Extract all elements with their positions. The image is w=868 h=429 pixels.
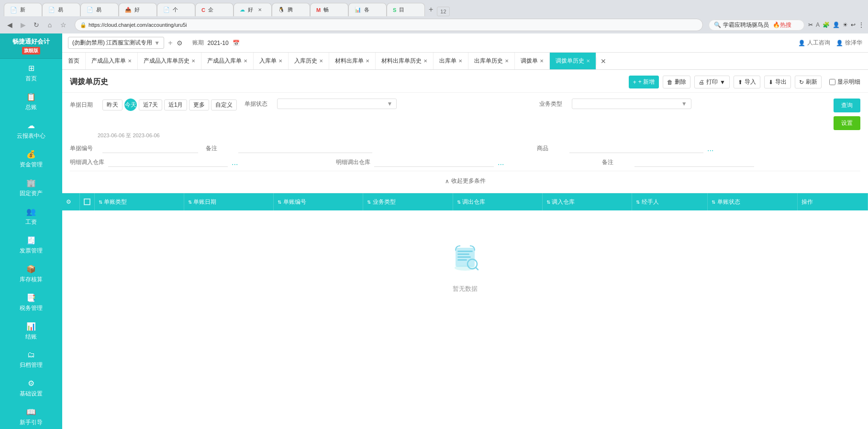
goods-input[interactable] bbox=[569, 144, 703, 153]
add-company-btn[interactable]: + bbox=[168, 39, 172, 47]
th-doc-no[interactable]: ⇅ 单账编号 bbox=[274, 193, 363, 210]
settings-button[interactable]: 设置 bbox=[834, 116, 860, 130]
tab-out-close[interactable]: ✕ bbox=[458, 58, 462, 64]
th-check[interactable] bbox=[79, 193, 94, 210]
sidebar-item-ledger[interactable]: 📋 总账 bbox=[0, 88, 62, 116]
address-bar[interactable]: 🔒 https://cloud.chanjet.com/accounting/u… bbox=[75, 19, 703, 31]
browser-tab-7[interactable]: ☁ 好 ✕ bbox=[234, 3, 272, 16]
detail-remarks-input[interactable] bbox=[634, 158, 754, 167]
th-doc-type[interactable]: ⇅ 单账类型 bbox=[94, 193, 184, 210]
th-handler[interactable]: ⇅ 经手人 bbox=[632, 193, 708, 210]
tab-stock-in-close[interactable]: ✕ bbox=[278, 58, 282, 64]
yesterday-btn[interactable]: 昨天 bbox=[102, 99, 122, 110]
scissors-icon[interactable]: ✂ bbox=[808, 22, 813, 28]
detail-in-input[interactable] bbox=[108, 158, 228, 167]
doc-number-input[interactable] bbox=[102, 144, 198, 153]
tab-product-in-close[interactable]: ✕ bbox=[128, 58, 132, 64]
home-button[interactable]: ⌂ bbox=[44, 19, 56, 31]
forward-button[interactable]: ▶ bbox=[17, 19, 29, 31]
theme-icon[interactable]: ☀ bbox=[843, 22, 848, 28]
user-profile[interactable]: 👤 徐泽华 bbox=[836, 39, 862, 47]
more-btn[interactable]: 更多 bbox=[189, 99, 209, 110]
delete-button[interactable]: 🗑 删除 bbox=[663, 76, 690, 88]
tab-out-history-close[interactable]: ✕ bbox=[505, 58, 509, 64]
export-button[interactable]: ⬇ 导出 bbox=[764, 76, 791, 88]
tab-out[interactable]: 出库单 ✕ bbox=[434, 53, 468, 70]
table-gear-icon[interactable]: ⚙ bbox=[66, 198, 71, 205]
tab-product-in-history-close[interactable]: ✕ bbox=[191, 58, 195, 64]
tab-product-in-history[interactable]: 产成品入库单历史 ✕ bbox=[138, 53, 201, 70]
tab-product-in[interactable]: 产成品入库单 ✕ bbox=[86, 53, 138, 70]
service-link[interactable]: 👤 人工咨询 bbox=[798, 39, 830, 47]
detail-in-dots[interactable]: ... bbox=[232, 158, 238, 167]
sidebar-item-invoice[interactable]: 🧾 发票管理 bbox=[0, 231, 62, 260]
sidebar-item-home[interactable]: ⊞ 首页 bbox=[0, 59, 62, 88]
new-tab-btn[interactable]: + bbox=[425, 3, 437, 16]
biz-type-dropdown[interactable]: ▼ bbox=[572, 99, 691, 109]
browser-tab-5[interactable]: 📄 个 bbox=[157, 3, 195, 16]
import-button[interactable]: ⬆ 导入 bbox=[734, 76, 760, 88]
th-status[interactable]: ⇅ 单账状态 bbox=[708, 193, 797, 210]
browser-tab-6[interactable]: C 企 bbox=[195, 3, 234, 16]
query-button[interactable]: 查询 bbox=[834, 99, 860, 112]
tab-stock-in-history-close[interactable]: ✕ bbox=[319, 58, 323, 64]
sidebar-item-inventory[interactable]: 📦 库存核算 bbox=[0, 260, 62, 288]
browser-tab-9[interactable]: M 畅 bbox=[310, 3, 348, 16]
sidebar-item-guide[interactable]: 📖 新手引导 bbox=[0, 403, 62, 429]
new-button[interactable]: + + 新增 bbox=[629, 76, 659, 88]
tab-product-in2[interactable]: 产成品入库单 ✕ bbox=[201, 53, 254, 70]
sidebar-item-reports[interactable]: ☁ 云报表中心 bbox=[0, 116, 62, 145]
profile-icon[interactable]: 👤 bbox=[833, 22, 840, 28]
browser-tab-8[interactable]: 🐧 腾 bbox=[272, 3, 310, 16]
sidebar-item-archive[interactable]: 🗂 归档管理 bbox=[0, 346, 62, 374]
th-gear[interactable]: ⚙ bbox=[62, 193, 79, 210]
browser-tab-11[interactable]: S 目 bbox=[387, 3, 425, 16]
back-button[interactable]: ◀ bbox=[4, 19, 15, 31]
reload-button[interactable]: ↻ bbox=[31, 19, 42, 31]
browser-tab-1[interactable]: 📄 新 bbox=[4, 3, 42, 16]
tab-out-history[interactable]: 出库单历史 ✕ bbox=[468, 53, 515, 70]
status-dropdown[interactable]: ▼ bbox=[277, 99, 397, 109]
tab-close-icon[interactable]: ✕ bbox=[258, 7, 262, 12]
extensions-icon[interactable]: 🧩 bbox=[823, 22, 830, 28]
tab-transfer-close[interactable]: ✕ bbox=[540, 58, 544, 64]
gear-settings-icon[interactable]: ⚙ bbox=[177, 39, 183, 47]
tab-stock-in[interactable]: 入库单 ✕ bbox=[254, 53, 289, 70]
bookmark-button[interactable]: ☆ bbox=[57, 19, 69, 31]
browser-tab-2[interactable]: 📄 易 bbox=[42, 3, 80, 16]
tab-home[interactable]: 首页 bbox=[62, 53, 86, 70]
detail-out-dots[interactable]: ... bbox=[498, 158, 504, 167]
undo-icon[interactable]: ↩ bbox=[851, 22, 856, 28]
tab-transfer[interactable]: 调拨单 ✕ bbox=[515, 53, 550, 70]
collapse-filters-btn[interactable]: ∧ 收起更多条件 bbox=[439, 175, 491, 187]
tab-transfer-history[interactable]: 调拨单历史 ✕ bbox=[550, 53, 596, 70]
custom-btn[interactable]: 自定义 bbox=[211, 99, 237, 110]
header-checkbox[interactable] bbox=[84, 198, 90, 205]
tab-stock-in-history[interactable]: 入库历史 ✕ bbox=[289, 53, 329, 70]
translate-icon[interactable]: A bbox=[816, 22, 820, 28]
last7-btn[interactable]: 近7天 bbox=[139, 99, 162, 110]
browser-tab-10[interactable]: 📊 各 bbox=[348, 3, 387, 16]
refresh-button[interactable]: ↻ 刷新 bbox=[795, 76, 822, 88]
sidebar-item-assets[interactable]: 🏢 固定资产 bbox=[0, 174, 62, 202]
browser-tab-4[interactable]: 📤 好 bbox=[119, 3, 157, 16]
print-button[interactable]: 🖨 打印 ▼ bbox=[694, 76, 730, 88]
th-doc-date[interactable]: ⇅ 单账日期 bbox=[184, 193, 273, 210]
sidebar-item-settlement[interactable]: 📊 结账 bbox=[0, 317, 62, 346]
th-out-warehouse[interactable]: ⇅ 调出仓库 bbox=[453, 193, 542, 210]
sidebar-item-settings[interactable]: ⚙ 基础设置 bbox=[0, 374, 62, 403]
menu-icon[interactable]: ⋮ bbox=[858, 22, 864, 28]
display-checkbox[interactable] bbox=[829, 79, 835, 85]
th-biz-type[interactable]: ⇅ 业务类型 bbox=[363, 193, 453, 210]
tab-product-in2-close[interactable]: ✕ bbox=[244, 58, 247, 64]
tab-material-out-history-close[interactable]: ✕ bbox=[423, 58, 427, 64]
tab-close-all[interactable]: ✕ bbox=[596, 57, 610, 65]
sidebar-item-tax[interactable]: 📑 税务管理 bbox=[0, 288, 62, 317]
last-month-btn[interactable]: 近1月 bbox=[164, 99, 188, 110]
detail-out-input[interactable] bbox=[374, 158, 494, 167]
tab-material-out-close[interactable]: ✕ bbox=[366, 58, 369, 64]
goods-dots[interactable]: ... bbox=[707, 144, 713, 153]
search-bar[interactable]: 🔍 学霸应聘场驱鸟员 🔥热搜 bbox=[709, 20, 804, 31]
display-toggle[interactable]: 显示明细 bbox=[829, 78, 860, 86]
calendar-icon[interactable]: 📅 bbox=[233, 40, 240, 46]
